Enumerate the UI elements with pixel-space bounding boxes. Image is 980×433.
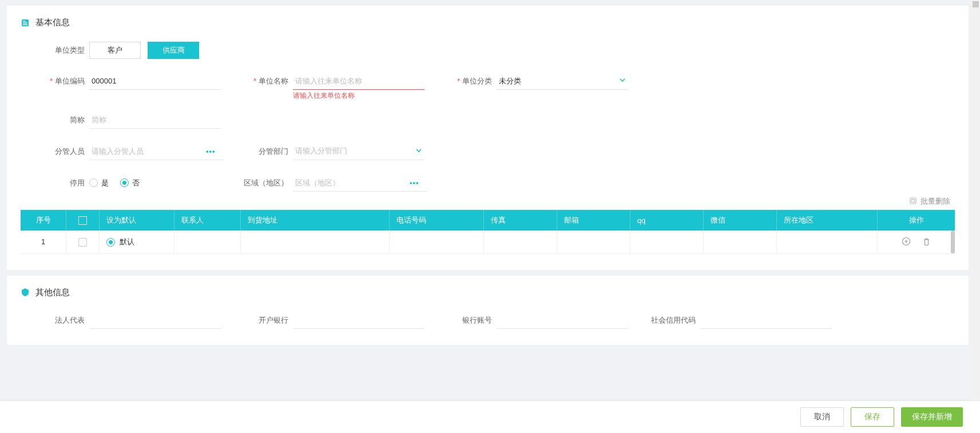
row-qq-cell[interactable] (630, 231, 703, 253)
cancel-button[interactable]: 取消 (800, 407, 844, 427)
row-default-radio[interactable]: 默认 (100, 231, 174, 253)
delete-row-icon[interactable] (921, 236, 932, 248)
disabled-yes-radio[interactable]: 是 (89, 178, 109, 188)
region-label: 区域（地区） (241, 178, 293, 188)
row-wechat-cell[interactable] (703, 231, 776, 253)
row-contact-cell[interactable] (174, 231, 240, 253)
manager-input[interactable] (89, 142, 204, 160)
other-info-card: 其他信息 法人代表 开户银行 银行账号 (7, 276, 969, 345)
unit-type-label: 单位类型 (38, 45, 89, 55)
row-phone-cell[interactable] (390, 231, 483, 253)
unit-class-value: 未分类 (499, 76, 521, 86)
th-wechat: 微信 (703, 210, 776, 231)
manager-label: 分管人员 (38, 146, 89, 157)
credit-code-input[interactable] (700, 312, 832, 329)
batch-delete-icon (909, 197, 917, 206)
credit-code-label: 社会信用代码 (649, 315, 700, 325)
manager-more-icon[interactable]: ••• (204, 147, 218, 156)
footer-bar: 取消 保存 保存并新增 (0, 401, 980, 433)
svg-rect-3 (23, 24, 27, 25)
other-form: 法人代表 开户银行 银行账号 社会信用代码 (21, 312, 955, 329)
scroll-up-icon[interactable] (973, 1, 979, 7)
unit-type-supplier[interactable]: 供应商 (148, 42, 199, 59)
basic-section-title: 基本信息 (35, 17, 70, 28)
svg-rect-5 (912, 199, 915, 202)
other-section-header: 其他信息 (21, 287, 955, 298)
bank-acct-label: 银行账号 (445, 315, 497, 325)
batch-delete-label: 批量删除 (921, 196, 950, 206)
page-root: 基本信息 单位类型 客户 供应商 单位编码 (0, 0, 980, 433)
row-fax-cell[interactable] (483, 231, 557, 253)
region-input[interactable] (293, 174, 407, 191)
unit-code-input[interactable] (89, 73, 221, 90)
row-address-cell[interactable] (240, 231, 390, 253)
unit-code-label: 单位编码 (38, 76, 89, 86)
table-scrollbar[interactable] (951, 231, 955, 253)
add-row-icon[interactable] (900, 236, 912, 247)
unit-class-label: 单位分类 (445, 76, 497, 86)
table-row: 1 默认 (21, 231, 955, 253)
batch-delete-button[interactable]: 批量删除 (21, 196, 955, 206)
bank-input[interactable] (293, 312, 424, 329)
svg-rect-1 (23, 21, 26, 22)
short-name-input[interactable] (89, 112, 221, 129)
dept-select[interactable]: 请输入分管部门 (293, 143, 424, 160)
row-area-cell[interactable] (776, 231, 877, 253)
th-contact: 联系人 (174, 210, 240, 231)
bank-acct-input[interactable] (497, 312, 628, 329)
disabled-label: 停用 (38, 178, 89, 188)
unit-type-customer[interactable]: 客户 (89, 42, 141, 59)
th-default: 设为默认 (100, 210, 174, 231)
th-email: 邮箱 (557, 210, 630, 231)
region-more-icon[interactable]: ••• (407, 178, 422, 187)
contacts-table: 序号 设为默认 联系人 到货地址 电话号码 传真 邮箱 qq 微信 所在地区 操… (21, 210, 955, 254)
legal-label: 法人代表 (38, 315, 89, 325)
unit-class-select[interactable]: 未分类 (497, 73, 628, 90)
th-area: 所在地区 (776, 210, 877, 231)
disabled-no-radio[interactable]: 否 (120, 178, 140, 188)
unit-name-error: 请输入往来单位名称 (293, 91, 355, 101)
th-address: 到货地址 (240, 210, 390, 231)
basic-form: 单位类型 客户 供应商 单位编码 单位名称 (21, 42, 955, 192)
unit-name-label: 单位名称 (241, 76, 293, 86)
chevron-down-icon (619, 77, 626, 85)
row-email-cell[interactable] (557, 231, 630, 253)
th-fax: 传真 (483, 210, 557, 231)
unit-name-input[interactable] (293, 73, 424, 90)
other-section-title: 其他信息 (35, 287, 70, 298)
th-phone: 电话号码 (390, 210, 483, 231)
row-index: 1 (21, 231, 66, 253)
contacts-table-wrap: 序号 设为默认 联系人 到货地址 电话号码 传真 邮箱 qq 微信 所在地区 操… (21, 210, 955, 254)
th-index: 序号 (21, 210, 66, 231)
dept-label: 分管部门 (241, 146, 293, 157)
row-checkbox[interactable] (66, 231, 100, 253)
th-checkbox[interactable] (66, 210, 100, 231)
basic-info-icon (21, 18, 30, 27)
scroll-track[interactable] (973, 9, 979, 391)
bank-label: 开户银行 (241, 315, 293, 325)
save-button[interactable]: 保存 (851, 407, 894, 427)
page-scrollbar[interactable] (971, 0, 980, 400)
th-action: 操作 (878, 210, 955, 231)
basic-section-header: 基本信息 (21, 17, 955, 28)
legal-input[interactable] (89, 312, 221, 329)
dept-placeholder: 请输入分管部门 (295, 146, 347, 156)
chevron-down-icon (415, 147, 422, 156)
th-qq: qq (630, 210, 703, 231)
basic-info-card: 基本信息 单位类型 客户 供应商 单位编码 (7, 6, 969, 270)
short-name-label: 简称 (38, 115, 89, 125)
save-and-add-button[interactable]: 保存并新增 (901, 407, 963, 427)
svg-rect-2 (23, 22, 27, 23)
other-info-icon (21, 288, 30, 297)
svg-rect-4 (910, 198, 916, 204)
scroll-area[interactable]: 基本信息 单位类型 客户 供应商 单位编码 (7, 6, 973, 364)
